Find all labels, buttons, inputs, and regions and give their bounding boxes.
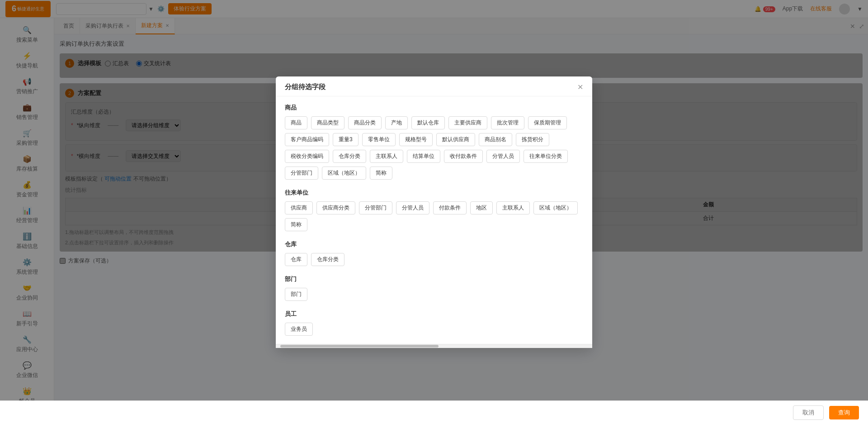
field-chip-0-23[interactable]: 区域（地区）: [322, 167, 366, 180]
field-chip-0-0[interactable]: 商品: [285, 116, 307, 129]
field-section-2: 仓库仓库仓库分类: [285, 240, 583, 266]
section-title-2: 仓库: [285, 240, 583, 248]
modal: 分组待选字段 ✕ 商品商品商品类型商品分类产地默认仓库主要供应商批次管理保质期管…: [276, 76, 592, 348]
field-section-3: 部门部门: [285, 275, 583, 301]
field-chip-0-8[interactable]: 客户商品编码: [285, 133, 329, 146]
modal-horizontal-scrollbar[interactable]: [280, 345, 439, 348]
field-chip-0-6[interactable]: 批次管理: [491, 116, 524, 129]
field-chip-1-5[interactable]: 地区: [470, 201, 493, 214]
field-grid-1: 供应商供应商分类分管部门分管人员付款条件地区主联系人区域（地区）简称: [285, 201, 583, 231]
modal-title: 分组待选字段: [285, 83, 326, 91]
field-chip-0-20[interactable]: 分管人员: [486, 150, 520, 163]
section-title-0: 商品: [285, 104, 583, 112]
field-chip-1-0[interactable]: 供应商: [285, 201, 313, 214]
field-chip-0-16[interactable]: 仓库分类: [333, 150, 366, 163]
field-chip-0-1[interactable]: 商品类型: [311, 116, 344, 129]
field-grid-4: 业务员: [285, 323, 583, 336]
field-chip-0-19[interactable]: 收付款条件: [444, 150, 483, 163]
field-chip-0-3[interactable]: 产地: [385, 116, 408, 129]
field-chip-0-11[interactable]: 规格型号: [399, 133, 433, 146]
field-chip-1-8[interactable]: 简称: [285, 218, 307, 231]
field-chip-1-3[interactable]: 分管人员: [396, 201, 429, 214]
section-title-4: 员工: [285, 310, 583, 318]
field-chip-0-9[interactable]: 重量3: [333, 133, 359, 146]
field-chip-0-15[interactable]: 税收分类编码: [285, 150, 329, 163]
field-grid-0: 商品商品类型商品分类产地默认仓库主要供应商批次管理保质期管理客户商品编码重量3零…: [285, 116, 583, 180]
section-title-1: 往来单位: [285, 189, 583, 197]
confirm-button[interactable]: 查询: [829, 406, 859, 419]
bottom-bar: 取消 查询: [0, 400, 868, 424]
cancel-button[interactable]: 取消: [793, 405, 824, 420]
field-grid-3: 部门: [285, 288, 583, 301]
section-title-3: 部门: [285, 275, 583, 283]
field-chip-0-7[interactable]: 保质期管理: [528, 116, 567, 129]
field-chip-2-0[interactable]: 仓库: [285, 253, 307, 266]
field-chip-0-18[interactable]: 结算单位: [407, 150, 440, 163]
field-chip-3-0[interactable]: 部门: [285, 288, 307, 301]
field-section-1: 往来单位供应商供应商分类分管部门分管人员付款条件地区主联系人区域（地区）简称: [285, 189, 583, 231]
field-chip-1-1[interactable]: 供应商分类: [316, 201, 355, 214]
field-chip-0-4[interactable]: 默认仓库: [411, 116, 445, 129]
modal-body[interactable]: 商品商品商品类型商品分类产地默认仓库主要供应商批次管理保质期管理客户商品编码重量…: [276, 96, 592, 344]
field-chip-4-0[interactable]: 业务员: [285, 323, 313, 336]
field-chip-1-2[interactable]: 分管部门: [359, 201, 392, 214]
field-chip-1-6[interactable]: 主联系人: [496, 201, 530, 214]
modal-close-button[interactable]: ✕: [577, 83, 583, 91]
field-section-4: 员工业务员: [285, 310, 583, 336]
field-chip-0-14[interactable]: 拣货积分: [516, 133, 549, 146]
modal-header: 分组待选字段 ✕: [276, 76, 592, 96]
field-grid-2: 仓库仓库分类: [285, 253, 583, 266]
modal-scrollbar-area[interactable]: [276, 344, 592, 348]
field-chip-0-17[interactable]: 主联系人: [370, 150, 403, 163]
field-chip-0-2[interactable]: 商品分类: [348, 116, 382, 129]
modal-overlay: 分组待选字段 ✕ 商品商品商品类型商品分类产地默认仓库主要供应商批次管理保质期管…: [0, 0, 868, 424]
field-chip-1-4[interactable]: 付款条件: [433, 201, 467, 214]
field-chip-0-22[interactable]: 分管部门: [285, 167, 318, 180]
field-chip-0-5[interactable]: 主要供应商: [448, 116, 487, 129]
field-chip-2-1[interactable]: 仓库分类: [311, 253, 344, 266]
field-chip-0-12[interactable]: 默认供应商: [436, 133, 475, 146]
field-chip-0-24[interactable]: 简称: [370, 167, 392, 180]
field-chip-1-7[interactable]: 区域（地区）: [533, 201, 578, 214]
field-chip-0-21[interactable]: 往来单位分类: [524, 150, 568, 163]
field-chip-0-13[interactable]: 商品别名: [479, 133, 512, 146]
field-section-0: 商品商品商品类型商品分类产地默认仓库主要供应商批次管理保质期管理客户商品编码重量…: [285, 104, 583, 180]
field-chip-0-10[interactable]: 零售单位: [362, 133, 396, 146]
